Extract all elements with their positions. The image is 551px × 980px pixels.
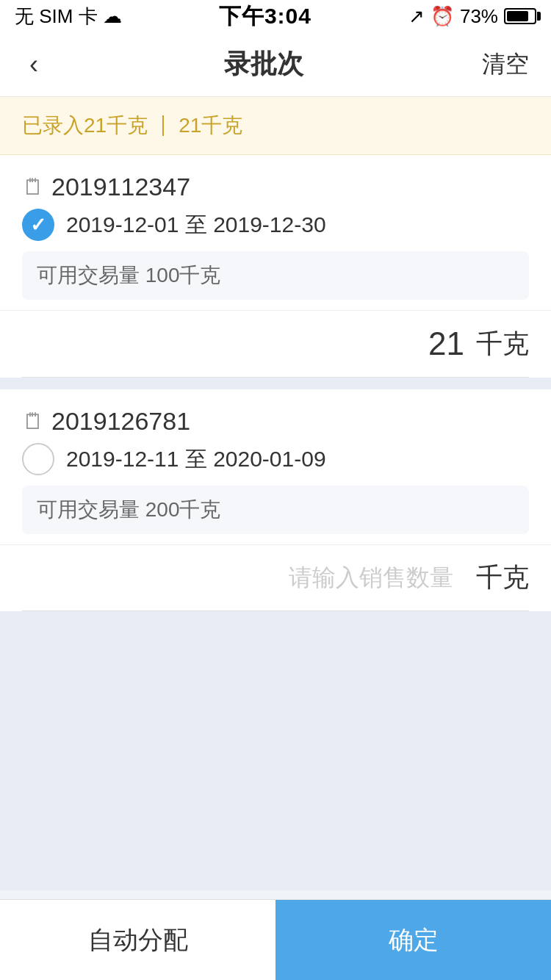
batch1-available: 可用交易量 100千克 xyxy=(22,251,529,300)
batch1-id: 2019112347 xyxy=(51,173,190,201)
back-button[interactable]: ‹ xyxy=(22,42,46,87)
alarm-icon: ⏰ xyxy=(431,5,454,28)
batch1-quantity-unit: 千克 xyxy=(476,326,529,362)
batch1-date: 2019-12-01 至 2019-12-30 xyxy=(66,210,326,240)
batch-card-1: 🗒 2019112347 2019-12-01 至 2019-12-30 可用交… xyxy=(0,155,551,378)
batch1-date-row[interactable]: 2019-12-01 至 2019-12-30 xyxy=(0,209,551,251)
status-bar-time: 下午3:04 xyxy=(219,1,311,32)
content-area xyxy=(0,611,551,890)
batch-card-2: 🗒 2019126781 2019-12-11 至 2020-01-09 可用交… xyxy=(0,389,551,611)
batch1-quantity-row: 21 千克 xyxy=(0,310,551,377)
confirm-button[interactable]: 确定 xyxy=(276,900,551,980)
batch2-header: 🗒 2019126781 xyxy=(0,389,551,443)
batch2-icon: 🗒 xyxy=(22,409,44,434)
recorded-amount: 已录入21千克 xyxy=(22,112,148,140)
battery-icon xyxy=(504,8,536,24)
batch2-id: 2019126781 xyxy=(51,407,190,436)
batch2-quantity-row[interactable]: 千克 xyxy=(0,544,551,610)
status-bar: 无 SIM 卡 ☁ 下午3:04 ↗ ⏰ 73% xyxy=(0,0,551,32)
clear-button[interactable]: 清空 xyxy=(482,48,529,81)
total-amount: 21千克 xyxy=(179,112,242,140)
status-bar-right: ↗ ⏰ 73% xyxy=(408,5,536,28)
info-divider xyxy=(162,115,164,136)
nav-bar: ‹ 录批次 清空 xyxy=(0,32,551,97)
batch2-quantity-unit: 千克 xyxy=(476,560,529,596)
batch2-date: 2019-12-11 至 2020-01-09 xyxy=(66,444,326,475)
batch1-header: 🗒 2019112347 xyxy=(0,155,551,209)
batch1-quantity-value: 21 xyxy=(428,325,464,362)
bottom-bar: 自动分配 确定 xyxy=(0,899,551,980)
battery-percent: 73% xyxy=(460,5,498,28)
batch1-radio[interactable] xyxy=(22,209,54,241)
info-banner: 已录入21千克 21千克 xyxy=(0,97,551,155)
section-divider-1 xyxy=(0,378,551,389)
status-bar-left: 无 SIM 卡 ☁ xyxy=(15,4,122,29)
batch2-date-row[interactable]: 2019-12-11 至 2020-01-09 xyxy=(0,443,551,486)
location-icon: ↗ xyxy=(408,5,425,28)
sim-label: 无 SIM 卡 ☁ xyxy=(15,4,122,29)
auto-distribute-button[interactable]: 自动分配 xyxy=(0,900,276,980)
batch2-available: 可用交易量 200千克 xyxy=(22,486,529,534)
page-title: 录批次 xyxy=(224,46,303,82)
batch2-quantity-input[interactable] xyxy=(22,564,464,591)
batch1-icon: 🗒 xyxy=(22,175,44,200)
batch2-radio[interactable] xyxy=(22,443,54,475)
